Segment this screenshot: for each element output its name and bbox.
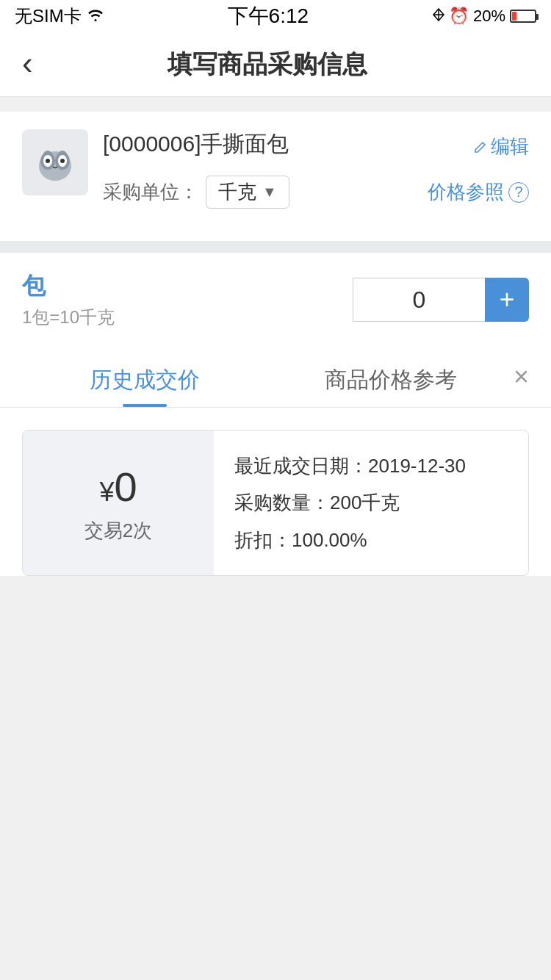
product-header: [0000006]手撕面包 编辑 采购单位： 千克 ▼ (22, 129, 529, 209)
product-name-row: [0000006]手撕面包 编辑 (103, 129, 529, 164)
price-amount: ¥0 (99, 463, 137, 511)
location-icon (433, 7, 444, 26)
discount-value: 100.00% (292, 529, 367, 551)
purchase-qty-value: 200千克 (330, 491, 400, 514)
carrier-label: 无SIM卡 (15, 4, 82, 28)
pkg-conversion: 1包=10千克 (22, 306, 115, 329)
recent-date-label: 最近成交日期： (234, 455, 368, 477)
pkg-unit: 包 (22, 270, 46, 303)
recent-date-value: 2019-12-30 (368, 455, 466, 477)
quantity-plus-button[interactable]: + (485, 278, 529, 322)
tab-price-ref[interactable]: 商品价格参考 (267, 347, 513, 407)
purchase-qty-label: 采购数量： (234, 491, 330, 514)
price-left-panel: ¥0 交易2次 (23, 430, 214, 575)
product-card: [0000006]手撕面包 编辑 采购单位： 千克 ▼ (0, 112, 551, 241)
tab-history-price[interactable]: 历史成交价 (22, 347, 267, 407)
tabs-header: 历史成交价 商品价格参考 × (0, 347, 551, 408)
price-right-panel: 最近成交日期：2019-12-30 采购数量：200千克 折扣：100.00% (214, 430, 528, 575)
currency-symbol: ¥ (99, 477, 114, 507)
unit-dropdown[interactable]: 千克 ▼ (206, 176, 289, 209)
quantity-row: 包 1包=10千克 + (0, 253, 551, 347)
svg-point-6 (60, 159, 65, 163)
battery-icon (510, 10, 536, 23)
price-ref-button[interactable]: 价格参照 ? (428, 179, 529, 205)
recent-date-row: 最近成交日期：2019-12-30 (234, 453, 508, 479)
quantity-control: + (353, 278, 529, 322)
edit-button[interactable]: 编辑 (473, 134, 529, 159)
product-thumbnail (22, 129, 88, 195)
alarm-icon: ⏰ (449, 7, 469, 26)
back-button[interactable]: ‹ (22, 47, 33, 79)
product-unit-row: 采购单位： 千克 ▼ 价格参照 ? (103, 176, 529, 209)
section-divider (0, 241, 551, 253)
price-card: ¥0 交易2次 最近成交日期：2019-12-30 采购数量：200千克 折扣：… (22, 430, 529, 576)
product-name: [0000006]手撕面包 (103, 129, 289, 159)
transaction-count: 交易2次 (84, 518, 152, 544)
purchase-unit: 采购单位： 千克 ▼ (103, 176, 289, 209)
status-time: 下午6:12 (228, 2, 309, 30)
purchase-qty-row: 采购数量：200千克 (234, 489, 508, 516)
discount-row: 折扣：100.00% (234, 527, 508, 553)
help-icon: ? (508, 182, 529, 203)
page-title: 填写商品采购信息 (48, 48, 488, 82)
status-right: ⏰ 20% (433, 7, 536, 26)
unit-label: 采购单位： (103, 179, 198, 205)
quantity-label: 包 1包=10千克 (22, 270, 115, 329)
discount-label: 折扣： (234, 529, 292, 551)
tabs-section: 历史成交价 商品价格参考 × ¥0 交易2次 最近成交日期：2019-12-30… (0, 347, 551, 576)
main-content: [0000006]手撕面包 编辑 采购单位： 千克 ▼ (0, 112, 551, 699)
pkg-label: 包 (22, 270, 115, 303)
status-bar: 无SIM卡 下午6:12 ⏰ 20% (0, 0, 551, 32)
wifi-icon (87, 6, 104, 26)
svg-point-5 (46, 159, 50, 163)
battery-label: 20% (473, 7, 505, 26)
tabs-close-button[interactable]: × (514, 347, 529, 407)
product-info: [0000006]手撕面包 编辑 采购单位： 千克 ▼ (103, 129, 529, 209)
dropdown-arrow: ▼ (262, 184, 277, 201)
nav-bar: ‹ 填写商品采购信息 (0, 32, 551, 97)
status-left: 无SIM卡 (15, 4, 104, 28)
quantity-input[interactable] (353, 278, 485, 322)
